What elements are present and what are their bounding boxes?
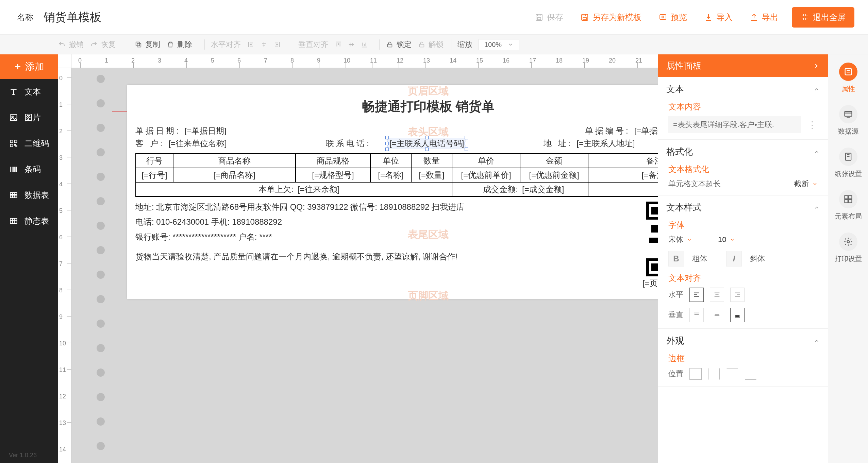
section-style[interactable]: 文本样式 [658,195,828,220]
rail-printsetup[interactable]: 打印设置 [835,233,862,263]
th[interactable]: 单价 [452,154,520,168]
resize-handle[interactable] [425,148,429,151]
align-top-icon[interactable] [334,40,343,49]
tool-statictable[interactable]: 静态表 [0,208,58,234]
align-middle-icon[interactable] [347,40,355,49]
border-top-button[interactable] [726,368,738,380]
td[interactable]: [=数量] [411,168,452,182]
rail-properties[interactable]: 属性 [839,63,857,93]
align-bottom-icon[interactable] [360,40,368,49]
unlock-button[interactable]: 解锁 [418,39,444,50]
page-dot[interactable] [97,442,105,450]
section-format[interactable]: 格式化 [658,140,828,164]
footer-bank[interactable]: 银行账号: ******************** 户名: **** [135,229,639,244]
border-all-button[interactable] [689,368,702,380]
page-dot[interactable] [97,173,105,181]
resize-handle[interactable] [465,136,468,139]
doc-title[interactable]: 畅捷通打印模板 销货单 [135,95,658,125]
resize-handle[interactable] [425,136,429,139]
border-bottom-button[interactable] [745,368,757,380]
page-dot[interactable] [97,75,105,83]
no-value[interactable]: [=单据编号] [634,125,658,136]
phone-value[interactable]: [=主联系人电话号码] [389,139,464,148]
halign-right-button[interactable] [730,288,745,302]
td[interactable]: [=规格型号] [296,168,370,182]
page-dot[interactable] [97,320,105,328]
td[interactable]: [=优惠前金额] [520,168,588,182]
resize-handle[interactable] [385,148,389,151]
delete-button[interactable]: 删除 [166,39,192,50]
tool-qrcode[interactable]: 二维码 [0,131,58,156]
rail-pagesetup[interactable]: 纸张设置 [835,148,862,178]
page-dot[interactable] [97,197,105,205]
cust-value[interactable]: [=往来单位名称] [168,138,227,149]
save-as-button[interactable]: 另存为新模板 [580,12,641,23]
border-sides-button[interactable] [708,368,720,380]
font-size-select[interactable]: 10 [718,235,735,244]
template-name[interactable]: 销货单模板 [44,10,101,25]
footer-note[interactable]: 货物当天请验收清楚, 产品质量问题请在一个月内退换, 逾期概不负责, 还望谅解,… [135,249,639,264]
canvas[interactable]: 01234567891011121314151617181920212223 0… [58,54,658,463]
paper[interactable]: 页眉区域 畅捷通打印模板 销货单 表头区域 单据日期:[=单据日期] 单据编号:… [127,85,658,299]
footer-addr[interactable]: 地址: 北京市海淀区北清路68号用友软件园 QQ: 393879122 微信号:… [135,200,639,215]
page-dot[interactable] [97,222,105,230]
td[interactable]: [=名称] [370,168,411,182]
section-text[interactable]: 文本 [658,77,828,101]
align-left-icon[interactable] [247,40,255,49]
date-value[interactable]: [=单据日期] [185,125,227,136]
property-panel-header[interactable]: 属性面板 [658,54,828,77]
font-family-select[interactable]: 宋体 [668,235,692,245]
tool-text[interactable]: 文本 [0,79,58,105]
resize-handle[interactable] [465,148,468,151]
th[interactable]: 数量 [411,154,452,168]
tool-image[interactable]: 图片 [0,105,58,131]
redo-button[interactable]: 恢复 [90,39,116,50]
save-button[interactable]: 保存 [535,12,563,23]
rail-layout[interactable]: 元素布局 [835,190,862,221]
sum-owe-value[interactable]: [=往来余额] [296,182,452,196]
add-button[interactable]: 添加 [0,54,58,79]
sum-deal-label[interactable]: 成交金额: [452,182,520,196]
td[interactable]: [=行号] [136,168,173,182]
preview-button[interactable]: 预览 [658,12,687,23]
zoom-select[interactable]: 100% [479,39,519,50]
import-button[interactable]: 导入 [704,12,733,23]
page-dot[interactable] [97,368,105,377]
bold-button[interactable]: B [668,251,684,267]
halign-left-button[interactable] [689,288,704,302]
more-icon[interactable]: ⋮ [807,119,818,131]
resize-handle[interactable] [385,136,389,139]
section-appearance[interactable]: 外观 [658,329,828,353]
valign-top-button[interactable] [689,308,704,322]
halign-center-button[interactable] [710,288,724,302]
rail-datasource[interactable]: 数据源 [838,105,858,136]
guide-v[interactable] [115,68,115,463]
page-dot[interactable] [97,295,105,303]
resize-handle[interactable] [465,142,468,145]
resize-handle[interactable] [385,142,389,145]
sum-deal-value[interactable]: [=成交金额] [520,182,588,196]
page-dot[interactable] [97,148,105,156]
page-dot[interactable] [97,344,105,352]
page-dot[interactable] [97,393,105,401]
lock-button[interactable]: 锁定 [386,39,412,50]
page-dot[interactable] [97,124,105,132]
footer-tel[interactable]: 电话: 010-62430001 手机: 18910888292 [135,215,639,229]
sum-owe-label[interactable]: 本单上欠: [173,182,296,196]
exit-fullscreen-button[interactable]: 退出全屏 [792,7,854,28]
th[interactable]: 金额 [520,154,588,168]
th[interactable]: 备注 [588,154,658,168]
selected-element[interactable]: [=主联系人电话号码] [387,138,466,149]
td[interactable]: [=商品名称] [173,168,296,182]
th[interactable]: 行号 [136,154,173,168]
italic-button[interactable]: I [726,251,742,267]
page-dot[interactable] [97,417,105,426]
tool-barcode[interactable]: 条码 [0,156,58,182]
pager-value[interactable]: [=页码: 第n页 | 共n页] [642,278,658,289]
valign-bottom-button[interactable] [730,308,745,322]
th[interactable]: 商品名称 [173,154,296,168]
align-right-icon[interactable] [273,40,281,49]
th[interactable]: 单位 [370,154,411,168]
content-field[interactable]: =表头表尾详细字段.客户•主联. [668,116,801,133]
addr-value[interactable]: [=主联系人地址] [577,138,635,149]
